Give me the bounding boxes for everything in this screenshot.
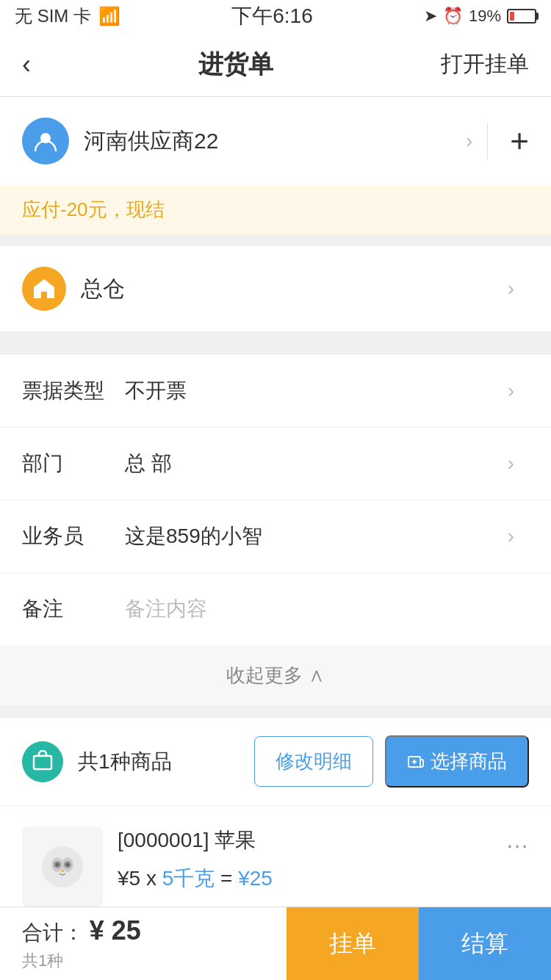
cart-icon bbox=[31, 750, 54, 774]
notice-bar: 应付-20元，现结 bbox=[0, 185, 551, 234]
supplier-avatar bbox=[22, 118, 69, 165]
battery-text: 19% bbox=[469, 7, 501, 26]
remark-label: 备注 bbox=[22, 595, 125, 623]
product-header: 共1种商品 修改明细 选择商品 bbox=[0, 718, 551, 806]
location-icon: ➤ bbox=[424, 7, 437, 26]
svg-point-9 bbox=[66, 863, 70, 867]
product-count-icon bbox=[22, 741, 63, 782]
status-time: 下午6:16 bbox=[231, 2, 313, 30]
salesperson-row[interactable]: 业务员 这是859的小智 › bbox=[0, 500, 551, 573]
form-section: 票据类型 不开票 › 部门 总 部 › 业务员 这是859的小智 › 备注 备注… bbox=[0, 355, 551, 645]
edit-detail-button[interactable]: 修改明细 bbox=[254, 736, 373, 787]
remark-row[interactable]: 备注 备注内容 bbox=[0, 573, 551, 645]
battery-icon bbox=[507, 9, 536, 24]
invoice-type-value: 不开票 bbox=[125, 377, 508, 405]
warehouse-label: 总仓 bbox=[81, 274, 508, 304]
dept-value: 总 部 bbox=[125, 450, 508, 478]
warehouse-chevron-icon: › bbox=[508, 277, 514, 300]
home-icon bbox=[32, 276, 57, 301]
product-name: [0000001] 苹果 bbox=[118, 826, 505, 854]
choose-product-button[interactable]: 选择商品 bbox=[385, 735, 529, 788]
product-code: [0000001] bbox=[118, 829, 215, 851]
hang-button[interactable]: 挂单 bbox=[287, 907, 419, 980]
owl-logo bbox=[37, 841, 88, 893]
warehouse-section: 总仓 › bbox=[0, 246, 551, 331]
notice-text: 应付-20元，现结 bbox=[22, 198, 165, 220]
vertical-divider bbox=[487, 123, 488, 159]
nav-bar: ‹ 进货单 打开挂单 bbox=[0, 32, 551, 97]
product-menu-button[interactable]: … bbox=[505, 826, 529, 854]
total-area: 合计： ¥ 25 共1种 bbox=[0, 907, 287, 980]
total-main: 合计： ¥ 25 bbox=[22, 915, 264, 947]
total-sub: 共1种 bbox=[22, 950, 264, 972]
bottom-bar: 合计： ¥ 25 共1种 挂单 结算 bbox=[0, 907, 551, 980]
supplier-chevron-icon: › bbox=[466, 129, 472, 153]
dept-label: 部门 bbox=[22, 450, 125, 478]
product-thumbnail bbox=[22, 826, 103, 907]
total-label: 合计： bbox=[22, 921, 84, 944]
salesperson-label: 业务员 bbox=[22, 522, 125, 550]
supplier-name: 河南供应商22 bbox=[84, 126, 466, 156]
dept-row[interactable]: 部门 总 部 › bbox=[0, 428, 551, 500]
sim-status: 无 SIM 卡 bbox=[15, 4, 91, 28]
salesperson-value: 这是859的小智 bbox=[125, 522, 508, 550]
wifi-icon: 📶 bbox=[98, 6, 120, 26]
add-button[interactable]: + bbox=[510, 125, 529, 157]
equals: = bbox=[220, 867, 238, 890]
product-title: 苹果 bbox=[215, 829, 256, 851]
checkout-button[interactable]: 结算 bbox=[419, 907, 551, 980]
page-title: 进货单 bbox=[198, 48, 273, 82]
status-bar: 无 SIM 卡 📶 下午6:16 ➤ ⏰ 19% bbox=[0, 0, 551, 32]
svg-point-8 bbox=[56, 863, 60, 867]
warehouse-icon bbox=[22, 267, 66, 311]
invoice-type-label: 票据类型 bbox=[22, 377, 125, 405]
unit-price: ¥5 x bbox=[118, 867, 162, 890]
back-button[interactable]: ‹ bbox=[22, 49, 31, 80]
total-price: ¥25 bbox=[238, 867, 273, 890]
product-info: [0000001] 苹果 ¥5 x 5千克 = ¥25 bbox=[118, 826, 505, 893]
user-icon bbox=[32, 128, 59, 154]
invoice-type-row[interactable]: 票据类型 不开票 › bbox=[0, 355, 551, 428]
salesperson-chevron: › bbox=[508, 525, 514, 548]
open-hang-button[interactable]: 打开挂单 bbox=[441, 49, 529, 79]
product-price: ¥5 x 5千克 = ¥25 bbox=[118, 865, 505, 893]
remark-value: 备注内容 bbox=[125, 595, 529, 623]
products-section: 共1种商品 修改明细 选择商品 bbox=[0, 718, 551, 929]
dept-chevron: › bbox=[508, 452, 514, 475]
status-right: ➤ ⏰ 19% bbox=[424, 7, 536, 26]
invoice-type-chevron: › bbox=[508, 379, 514, 403]
product-count-text: 共1种商品 bbox=[78, 748, 254, 776]
add-product-icon bbox=[407, 753, 425, 771]
total-amount: ¥ 25 bbox=[90, 915, 141, 945]
warehouse-row[interactable]: 总仓 › bbox=[0, 246, 551, 331]
supplier-row[interactable]: 河南供应商22 › + bbox=[0, 97, 551, 185]
status-left: 无 SIM 卡 📶 bbox=[15, 4, 120, 28]
choose-product-label: 选择商品 bbox=[431, 749, 507, 774]
svg-rect-1 bbox=[34, 756, 51, 769]
supplier-section: 河南供应商22 › + 应付-20元，现结 bbox=[0, 97, 551, 234]
alarm-icon: ⏰ bbox=[443, 7, 463, 26]
collapse-button[interactable]: 收起更多 ∧ bbox=[0, 645, 551, 706]
quantity: 5千克 bbox=[162, 867, 215, 890]
